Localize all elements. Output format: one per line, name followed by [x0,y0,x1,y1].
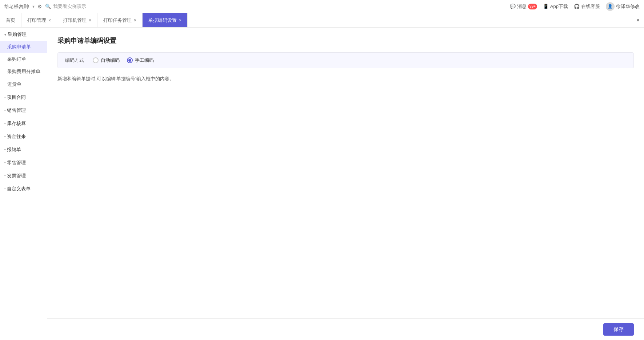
sidebar-group-retail: › 零售管理 [0,156,47,169]
purchase-order-label: 采购订单 [7,56,26,62]
main-layout: ▾ 采购管理 采购申请单 采购订单 采购费用分摊单 进货单 › 项目合同 [0,28,644,340]
retail-arrow-icon: › [3,162,7,163]
tab-printer-management-close[interactable]: × [89,18,91,23]
sidebar-group-custom-form-header[interactable]: › 自定义表单 [0,182,47,195]
encoding-radio-group: 自动编码 手工编码 [93,57,154,64]
tab-barcode-settings-label: 单据编码设置 [148,17,177,24]
sidebar-group-sales: › 销售管理 [0,104,47,117]
sidebar: ▾ 采购管理 采购申请单 采购订单 采购费用分摊单 进货单 › 项目合同 [0,28,47,340]
tab-printer-management[interactable]: 打印机管理 × [57,13,97,27]
topbar-left: 给老板勿删! ▾ ⚙ 🔍 我要看实例演示 [4,3,86,10]
purchase-expense-label: 采购费用分摊单 [7,69,40,74]
sidebar-group-expense-report-header[interactable]: › 报销单 [0,143,47,156]
invoice-arrow-icon: › [3,175,7,176]
sidebar-group-inventory-header[interactable]: › 库存核算 [0,117,47,130]
tab-print-task-label: 打印任务管理 [103,17,132,24]
sidebar-group-project: › 项目合同 [0,90,47,104]
brand-chevron-icon[interactable]: ▾ [32,4,35,9]
radio-manual-label: 手工编码 [135,57,154,64]
project-arrow-icon: › [3,97,7,98]
search-icon: 🔍 [45,4,51,9]
tab-print-management-close[interactable]: × [48,18,51,23]
radio-manual-circle [127,57,133,63]
online-service-action[interactable]: 🎧 在线客服 [574,3,600,10]
purchase-request-label: 采购申请单 [7,44,31,49]
inventory-arrow-icon: › [3,123,7,124]
sales-arrow-icon: › [3,110,7,111]
custom-form-arrow-icon: › [3,188,7,189]
global-close-button[interactable]: × [632,17,644,24]
brand-label: 给老板勿删! [4,3,29,10]
sidebar-group-invoice-header[interactable]: › 发票管理 [0,169,47,182]
retail-group-label: 零售管理 [7,159,26,166]
sidebar-group-finance-header[interactable]: › 资金往来 [0,130,47,143]
tab-home[interactable]: 首页 [0,13,21,27]
sidebar-group-project-header[interactable]: › 项目合同 [0,90,47,104]
tab-barcode-settings-close[interactable]: × [179,18,181,23]
radio-auto[interactable]: 自动编码 [93,57,120,64]
service-icon: 🎧 [574,4,580,9]
online-service-label: 在线客服 [581,3,600,10]
finance-arrow-icon: › [3,136,7,137]
username-label: 徐泽华修改 [616,3,640,10]
tab-print-management[interactable]: 打印管理 × [21,13,57,27]
sidebar-item-purchase-expense[interactable]: 采购费用分摊单 [0,65,47,78]
sidebar-group-sales-header[interactable]: › 销售管理 [0,104,47,117]
message-icon: 💬 [510,4,516,9]
encoding-section: 编码方式 自动编码 手工编码 [57,52,634,68]
sidebar-group-custom-form: › 自定义表单 [0,182,47,195]
encoding-label: 编码方式 [65,57,84,64]
expense-report-group-label: 报销单 [7,146,21,153]
topbar: 给老板勿删! ▾ ⚙ 🔍 我要看实例演示 💬 消息 99+ 📱 App下载 🎧 … [0,0,644,13]
search-label: 我要看实例演示 [53,3,86,10]
save-button[interactable]: 保存 [603,323,634,336]
expense-report-arrow-icon: › [3,149,7,150]
sidebar-item-incoming[interactable]: 进货单 [0,78,47,90]
tab-print-task-close[interactable]: × [134,18,136,23]
custom-form-group-label: 自定义表单 [7,186,31,192]
sidebar-group-retail-header[interactable]: › 零售管理 [0,156,47,169]
tab-printer-management-label: 打印机管理 [63,17,87,24]
content-area: 采购申请单编码设置 编码方式 自动编码 手工编码 新增和编辑单据时,可以编辑'单… [47,28,644,340]
topbar-search[interactable]: 🔍 我要看实例演示 [45,3,86,10]
project-group-label: 项目合同 [7,94,26,101]
tab-print-task[interactable]: 打印任务管理 × [97,13,143,27]
content-footer: 保存 [47,318,644,340]
inventory-group-label: 库存核算 [7,120,26,127]
message-action[interactable]: 💬 消息 99+ [510,3,537,10]
app-download-label: App下载 [550,3,568,10]
page-title: 采购申请单编码设置 [57,36,634,45]
sidebar-group-expense-report: › 报销单 [0,143,47,156]
radio-auto-circle [93,57,99,63]
user-profile[interactable]: 👤 徐泽华修改 [606,2,640,11]
avatar: 👤 [606,2,615,11]
topbar-right: 💬 消息 99+ 📱 App下载 🎧 在线客服 👤 徐泽华修改 [510,2,640,11]
radio-manual[interactable]: 手工编码 [127,57,154,64]
sidebar-group-purchase: ▾ 采购管理 采购申请单 采购订单 采购费用分摊单 进货单 [0,28,47,90]
sidebar-group-finance: › 资金往来 [0,130,47,143]
tab-print-management-label: 打印管理 [27,17,46,24]
download-icon: 📱 [543,4,549,9]
message-badge: 99+ [528,4,537,9]
finance-group-label: 资金往来 [7,133,26,140]
sidebar-group-inventory: › 库存核算 [0,117,47,130]
sidebar-group-invoice: › 发票管理 [0,169,47,182]
sales-group-label: 销售管理 [7,107,26,114]
message-label: 消息 [517,3,527,10]
radio-auto-label: 自动编码 [101,57,120,64]
tab-home-label: 首页 [6,17,15,24]
tab-barcode-settings[interactable]: 单据编码设置 × [143,13,188,27]
app-download-action[interactable]: 📱 App下载 [543,3,568,10]
purchase-arrow-icon: ▾ [4,33,6,37]
sidebar-item-purchase-order[interactable]: 采购订单 [0,53,47,65]
tabbar: 首页 打印管理 × 打印机管理 × 打印任务管理 × 单据编码设置 × × [0,13,644,28]
sidebar-item-purchase-request[interactable]: 采购申请单 [0,41,47,53]
hint-text: 新增和编辑单据时,可以编辑'单据编号'输入框中的内容。 [57,74,634,84]
settings-icon[interactable]: ⚙ [37,4,42,9]
purchase-group-label: 采购管理 [8,31,27,38]
sidebar-group-purchase-header[interactable]: ▾ 采购管理 [0,28,47,41]
invoice-group-label: 发票管理 [7,173,26,179]
incoming-label: 进货单 [7,81,21,87]
content-inner: 采购申请单编码设置 编码方式 自动编码 手工编码 新增和编辑单据时,可以编辑'单… [47,28,644,318]
